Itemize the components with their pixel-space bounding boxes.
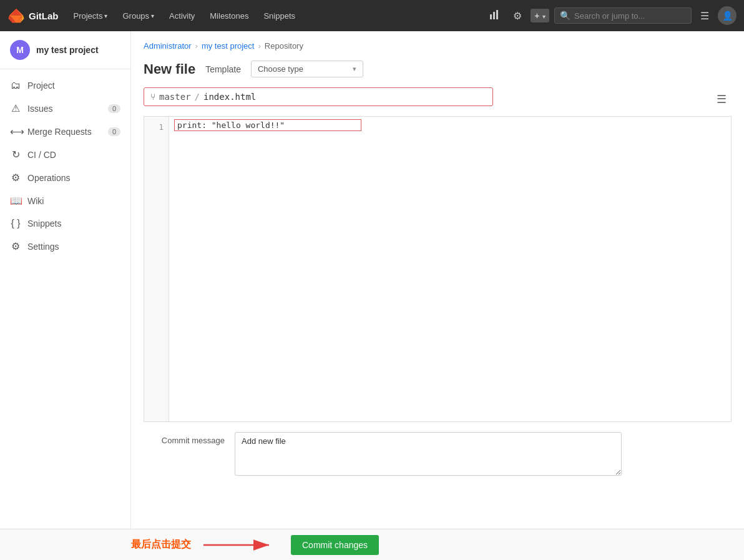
search-icon: 🔍: [560, 11, 570, 21]
page-header: New file Template Choose type ▾: [144, 61, 732, 77]
search-input[interactable]: [574, 11, 686, 21]
sidebar-item-settings[interactable]: ⚙ Settings: [0, 235, 130, 258]
commit-changes-button[interactable]: Commit changes: [291, 535, 379, 555]
nav-snippets[interactable]: Snippets: [258, 7, 300, 24]
sidebar: M my test project 🗂 Project ⚠ Issues 0 ⟷…: [0, 31, 131, 560]
commit-section: Commit message Add new file: [144, 432, 732, 476]
avatar: M: [10, 40, 30, 60]
filepath-separator: /: [195, 92, 200, 102]
editor-container: 1: [144, 116, 732, 422]
annotation-text: 最后点击提交: [131, 538, 191, 551]
topnav: GitLab Projects ▾ Groups ▾ Activity Mile…: [0, 0, 744, 31]
issues-badge: 0: [108, 104, 120, 113]
merge-requests-badge: 0: [108, 127, 120, 136]
nav-groups[interactable]: Groups ▾: [117, 7, 159, 24]
editor-content[interactable]: [169, 117, 731, 421]
svg-rect-1: [493, 12, 495, 19]
sidebar-item-wiki[interactable]: 📖 Wiki: [0, 189, 130, 212]
layout: M my test project 🗂 Project ⚠ Issues 0 ⟷…: [0, 31, 744, 560]
choose-type-placeholder: Choose type: [258, 64, 303, 74]
project-icon: 🗂: [10, 80, 21, 91]
settings-icon: ⚙: [10, 240, 21, 252]
groups-chevron-icon: ▾: [151, 12, 154, 19]
chart-icon[interactable]: [486, 6, 504, 25]
projects-chevron-icon: ▾: [104, 12, 107, 19]
gitlab-logo[interactable]: GitLab: [7, 7, 59, 24]
sidebar-item-merge-requests[interactable]: ⟷ Merge Requests 0: [0, 120, 130, 143]
bottom-bar: 最后点击提交 Commit changes: [0, 529, 744, 560]
nav-activity[interactable]: Activity: [164, 7, 200, 24]
breadcrumb-sep-2: ›: [258, 41, 260, 51]
wiki-icon: 📖: [10, 195, 21, 207]
operations-icon: ⚙: [10, 172, 21, 184]
commit-message-input[interactable]: Add new file: [235, 432, 622, 476]
user-icon[interactable]: 👤: [718, 6, 737, 25]
breadcrumb-admin[interactable]: Administrator: [144, 41, 192, 51]
project-name: my test project: [36, 45, 99, 55]
commit-message-label: Commit message: [144, 432, 225, 445]
editor-gutter: 1: [144, 117, 169, 421]
editor-line-input[interactable]: [174, 119, 361, 131]
sidebar-item-issues[interactable]: ⚠ Issues 0: [0, 97, 130, 120]
issues-icon: ⚠: [10, 102, 21, 114]
template-label: Template: [205, 64, 241, 74]
sidebar-nav: 🗂 Project ⚠ Issues 0 ⟷ Merge Requests 0 …: [0, 69, 130, 263]
sidebar-item-operations[interactable]: ⚙ Operations: [0, 166, 130, 189]
branch-icon: ⑂: [150, 92, 155, 102]
editor-line-1: [174, 119, 726, 131]
wrench-icon[interactable]: ⚙: [509, 7, 526, 24]
snippets-icon: { }: [10, 218, 21, 229]
search-bar[interactable]: 🔍: [554, 7, 692, 24]
breadcrumb-sep-1: ›: [195, 41, 198, 51]
sidebar-item-project[interactable]: 🗂 Project: [0, 74, 130, 97]
nav-milestones[interactable]: Milestones: [205, 7, 253, 24]
breadcrumb: Administrator › my test project › Reposi…: [144, 41, 732, 51]
plus-icon[interactable]: + ▾: [531, 9, 549, 22]
editor-menu-icon[interactable]: ☰: [712, 90, 732, 109]
sidebar-item-cicd[interactable]: ↻ CI / CD: [0, 143, 130, 166]
sidebar-toggle-icon[interactable]: ☰: [697, 7, 713, 24]
logo-text: GitLab: [29, 11, 59, 21]
arrow-icon: [203, 533, 278, 558]
main-content: Administrator › my test project › Reposi…: [131, 31, 744, 560]
svg-rect-3: [499, 13, 500, 14]
filepath-bar: ⑂ master /: [144, 87, 493, 106]
choose-type-dropdown[interactable]: Choose type ▾: [251, 61, 363, 77]
breadcrumb-current: Repository: [265, 41, 303, 51]
svg-rect-0: [490, 14, 492, 19]
sidebar-header: M my test project: [0, 31, 130, 69]
svg-rect-2: [496, 10, 498, 19]
merge-requests-icon: ⟷: [10, 125, 21, 137]
choose-type-chevron-icon: ▾: [353, 65, 356, 73]
nav-projects[interactable]: Projects ▾: [69, 7, 113, 24]
line-number-1: 1: [144, 120, 164, 134]
cicd-icon: ↻: [10, 149, 21, 160]
breadcrumb-project[interactable]: my test project: [202, 41, 255, 51]
filename-input[interactable]: [203, 92, 486, 102]
branch-name: master: [159, 92, 191, 102]
page-title: New file: [144, 61, 195, 77]
sidebar-item-snippets[interactable]: { } Snippets: [0, 212, 130, 235]
commit-message-row: Commit message Add new file: [144, 432, 732, 476]
